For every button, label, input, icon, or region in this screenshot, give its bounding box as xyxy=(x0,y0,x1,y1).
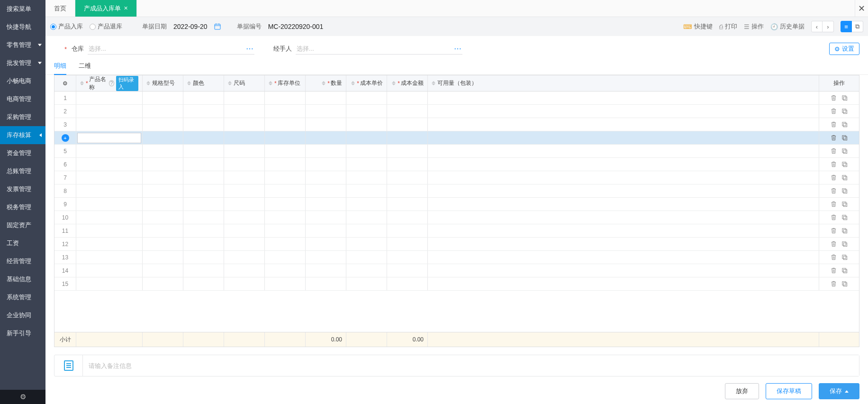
sidebar-item-18[interactable]: 新手引导 xyxy=(0,324,45,342)
cell-qty[interactable] xyxy=(306,264,346,277)
cell-amount[interactable] xyxy=(387,158,428,171)
cell-price[interactable] xyxy=(346,238,387,250)
copy-row-icon[interactable] xyxy=(841,174,848,181)
more-icon[interactable]: ⋯ xyxy=(246,44,253,53)
cell-qty[interactable] xyxy=(306,224,346,237)
sidebar-item-14[interactable]: 经营管理 xyxy=(0,252,45,270)
delete-row-icon[interactable] xyxy=(831,148,837,154)
cell-price[interactable] xyxy=(346,251,387,264)
cell-price[interactable] xyxy=(346,277,387,290)
sidebar-item-1[interactable]: 快捷导航 xyxy=(0,18,45,36)
sidebar-item-12[interactable]: 固定资产 xyxy=(0,216,45,234)
sidebar-item-16[interactable]: 系统管理 xyxy=(0,288,45,306)
cell-avail[interactable] xyxy=(428,277,819,290)
col-header-product[interactable]: * 产品名称 ? 扫码录入 xyxy=(76,75,143,91)
copy-row-icon[interactable] xyxy=(841,214,848,220)
cell-price[interactable] xyxy=(346,184,387,197)
cell-qty[interactable] xyxy=(306,145,346,157)
copy-row-icon[interactable] xyxy=(841,254,848,260)
radio-product-out[interactable]: 产品退库 xyxy=(90,22,122,31)
cell-size[interactable] xyxy=(224,105,265,118)
cell-unit[interactable] xyxy=(265,238,306,250)
copy-row-icon[interactable] xyxy=(841,135,848,141)
cell-size[interactable] xyxy=(224,131,265,144)
sidebar-item-17[interactable]: 企业协同 xyxy=(0,306,45,324)
cell-spec[interactable] xyxy=(143,264,183,277)
cell-unit[interactable] xyxy=(265,184,306,197)
radio-product-in[interactable]: 产品入库 xyxy=(50,22,83,31)
table-row[interactable]: 12 xyxy=(54,238,859,251)
cell-price[interactable] xyxy=(346,211,387,224)
cell-unit[interactable] xyxy=(265,198,306,211)
cell-qty[interactable] xyxy=(306,92,346,104)
cell-price[interactable] xyxy=(346,171,387,184)
tab-close-icon[interactable]: ✕ xyxy=(124,5,128,11)
sub-tab-detail[interactable]: 明细 xyxy=(54,62,66,75)
cell-avail[interactable] xyxy=(428,131,819,144)
table-row[interactable]: 15 xyxy=(54,277,859,291)
cell-avail[interactable] xyxy=(428,158,819,171)
cell-avail[interactable] xyxy=(428,105,819,118)
cell-product[interactable] xyxy=(76,145,143,157)
cell-color[interactable] xyxy=(183,171,224,184)
sidebar-item-13[interactable]: 工资 xyxy=(0,234,45,252)
delete-row-icon[interactable] xyxy=(831,108,837,114)
table-row[interactable]: 1 xyxy=(54,92,859,105)
toolbar-print[interactable]: ⎙ 打印 xyxy=(719,22,737,31)
sort-icon[interactable] xyxy=(146,81,150,85)
cell-price[interactable] xyxy=(346,158,387,171)
cell-unit[interactable] xyxy=(265,158,306,171)
col-header-available[interactable]: 可用量（包装） xyxy=(428,75,819,91)
cell-color[interactable] xyxy=(183,224,224,237)
cell-product[interactable] xyxy=(76,171,143,184)
cell-qty[interactable] xyxy=(306,184,346,197)
cell-product[interactable] xyxy=(76,184,143,197)
cell-qty[interactable] xyxy=(306,211,346,224)
grid-config[interactable]: ⚙ xyxy=(54,75,76,91)
cell-amount[interactable] xyxy=(387,198,428,211)
sidebar-item-7[interactable]: 库存核算 xyxy=(0,126,45,144)
handler-select[interactable]: 选择... ⋯ xyxy=(296,43,462,55)
delete-row-icon[interactable] xyxy=(831,95,837,101)
delete-row-icon[interactable] xyxy=(831,121,837,128)
add-row-button[interactable]: + xyxy=(62,134,69,142)
cell-amount[interactable] xyxy=(387,92,428,104)
cell-qty[interactable] xyxy=(306,238,346,250)
cell-unit[interactable] xyxy=(265,171,306,184)
save-button[interactable]: 保存 xyxy=(819,383,859,399)
cell-unit[interactable] xyxy=(265,145,306,157)
copy-row-icon[interactable] xyxy=(841,95,848,101)
cell-size[interactable] xyxy=(224,211,265,224)
sort-icon[interactable] xyxy=(187,81,191,85)
cell-price[interactable] xyxy=(346,131,387,144)
cell-size[interactable] xyxy=(224,251,265,264)
remark-input[interactable] xyxy=(83,355,859,376)
sort-icon[interactable] xyxy=(269,81,272,85)
cell-qty[interactable] xyxy=(306,171,346,184)
toolbar-shortcut[interactable]: ⌨ 快捷键 xyxy=(683,22,713,31)
cell-avail[interactable] xyxy=(428,118,819,131)
cell-size[interactable] xyxy=(224,184,265,197)
cell-qty[interactable] xyxy=(306,105,346,118)
cell-color[interactable] xyxy=(183,131,224,144)
cell-avail[interactable] xyxy=(428,264,819,277)
cell-amount[interactable] xyxy=(387,171,428,184)
barcode-entry-badge[interactable]: 扫码录入 xyxy=(116,76,138,91)
delete-row-icon[interactable] xyxy=(831,135,837,141)
page-settings-button[interactable]: ⚙ 设置 xyxy=(829,43,859,55)
help-icon[interactable]: ? xyxy=(109,80,114,86)
cell-price[interactable] xyxy=(346,105,387,118)
sidebar-item-10[interactable]: 发票管理 xyxy=(0,180,45,198)
cell-product[interactable] xyxy=(76,211,143,224)
table-row[interactable]: + xyxy=(54,131,859,145)
cell-product[interactable] xyxy=(76,198,143,211)
cell-spec[interactable] xyxy=(143,238,183,250)
cell-amount[interactable] xyxy=(387,145,428,157)
cell-price[interactable] xyxy=(346,198,387,211)
delete-row-icon[interactable] xyxy=(831,201,837,207)
cell-product[interactable] xyxy=(76,277,143,290)
cell-unit[interactable] xyxy=(265,105,306,118)
cell-color[interactable] xyxy=(183,158,224,171)
cell-amount[interactable] xyxy=(387,118,428,131)
cell-spec[interactable] xyxy=(143,211,183,224)
